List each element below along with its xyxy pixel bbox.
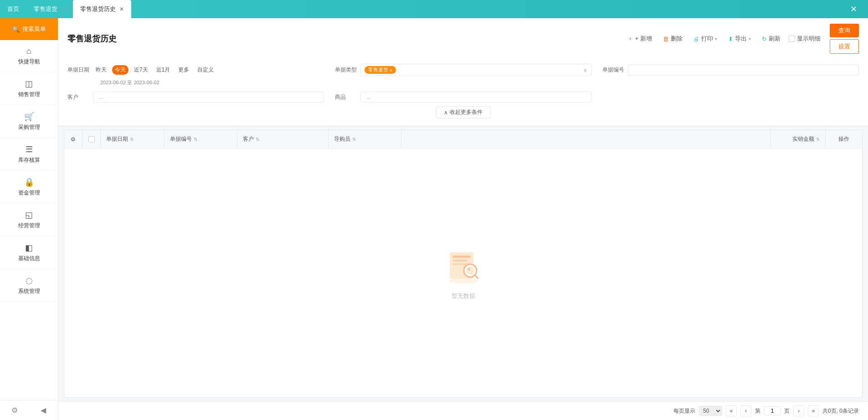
settings-btn[interactable]: 设置 — [830, 39, 859, 54]
svg-point-6 — [466, 266, 474, 275]
goods-filter-select[interactable]: ... — [360, 92, 591, 102]
pagination: 每页显示 50 10 20 100 « ‹ 第 页 › » 共0页, 0条记录 — [58, 401, 868, 420]
sidebar-item-sales-mgmt[interactable]: ◫ 销售管理 — [0, 72, 58, 105]
collapse-btn[interactable]: ∧ 收起更多条件 — [436, 106, 491, 118]
display-toggle[interactable]: 显示明细 — [789, 35, 821, 43]
refresh-icon: ↻ — [762, 36, 767, 42]
goods-filter-label: 商品 — [335, 93, 357, 101]
th-spacer — [401, 130, 771, 148]
sidebar-item-purchase-mgmt-label: 采购管理 — [18, 123, 40, 131]
print-btn[interactable]: 🖨 打印 ▾ — [691, 33, 720, 45]
date-btn-7days[interactable]: 近7天 — [131, 65, 151, 75]
last-page-btn[interactable]: » — [808, 405, 819, 416]
system-icon: ◌ — [26, 276, 33, 286]
sidebar-item-quick-nav-label: 快捷导航 — [18, 58, 40, 66]
filter-area: 单据日期 昨天 今天 近7天 近1月 更多 自定义 — [67, 59, 859, 126]
type-filter-label: 单据类型 — [335, 66, 357, 74]
svg-rect-2 — [452, 256, 471, 258]
page-header: 零售退货历史 ＋ + 新增 🗑 删除 🖨 打印 — [58, 18, 868, 126]
date-btn-today[interactable]: 今天 — [112, 65, 128, 75]
sort-docno-icon[interactable]: ⇅ — [194, 137, 197, 142]
column-settings-icon[interactable]: ⚙ — [71, 136, 76, 143]
filter-dates: 昨天 今天 近7天 近1月 更多 自定义 — [93, 65, 216, 75]
inventory-icon: ☰ — [26, 144, 33, 154]
sidebar-item-capital-mgmt[interactable]: 🔒 资金管理 — [0, 171, 58, 204]
sidebar-item-purchase-mgmt[interactable]: 🛒 采购管理 — [0, 105, 58, 138]
type-chevron-icon: ∨ — [583, 67, 587, 73]
date-range-display: 2023-06-02 至 2023-06-02 — [100, 80, 159, 85]
customer-filter-label: 客户 — [67, 93, 89, 101]
th-customer-label: 客户 — [243, 135, 254, 143]
sidebar-item-basic-info[interactable]: ◧ 基础信息 — [0, 236, 58, 269]
display-checkbox[interactable] — [789, 36, 795, 42]
purchase-icon: 🛒 — [24, 112, 34, 122]
gear-icon: ⚙ — [11, 406, 18, 415]
filter-cell-customer: 客户 ... — [67, 92, 324, 102]
customer-dots: ... — [99, 94, 103, 100]
sidebar-item-operations-mgmt-label: 经营管理 — [18, 222, 40, 230]
filter-cell-docno: 单据编号 — [602, 65, 859, 76]
table-container: ⚙ 单据日期 ⇅ 单据编号 ⇅ 客户 ⇅ 导购员 — [64, 130, 863, 398]
per-page-label: 每页显示 — [673, 407, 695, 415]
th-settings[interactable]: ⚙ — [64, 130, 82, 148]
refresh-btn[interactable]: ↻ 刷新 — [759, 33, 783, 45]
tab-retail-return-close[interactable]: ✕ — [61, 6, 66, 12]
filter-grid: 单据日期 昨天 今天 近7天 近1月 更多 自定义 — [67, 64, 859, 106]
sidebar-settings-btn[interactable]: ⚙ — [0, 400, 29, 420]
date-btn-yesterday[interactable]: 昨天 — [93, 65, 109, 75]
new-btn[interactable]: ＋ + 新增 — [625, 33, 655, 45]
th-doc-no-label: 单据编号 — [170, 135, 192, 143]
top-bar: 首页 零售退货 ✕ 零售退货历史 ✕ ✕ — [0, 0, 868, 18]
sidebar-item-system-mgmt[interactable]: ◌ 系统管理 — [0, 269, 58, 302]
delete-btn-label: 删除 — [671, 35, 683, 43]
page-label: 第 — [755, 407, 760, 415]
export-btn[interactable]: ⬆ 导出 ▾ — [725, 33, 754, 45]
per-page-select[interactable]: 50 10 20 100 — [699, 406, 722, 416]
print-chevron-icon: ▾ — [715, 36, 717, 41]
select-all-checkbox[interactable] — [88, 136, 95, 143]
page-input[interactable] — [764, 406, 781, 415]
tab-retail-return-history[interactable]: 零售退货历史 ✕ — [73, 0, 131, 18]
sort-guide-icon[interactable]: ⇅ — [352, 137, 356, 142]
collapse-btn-label: 收起更多条件 — [450, 108, 483, 116]
sidebar-item-system-mgmt-label: 系统管理 — [18, 287, 40, 295]
export-btn-label: 导出 — [735, 35, 747, 43]
sidebar-item-operations-mgmt[interactable]: ◱ 经营管理 — [0, 204, 58, 236]
sort-date-icon[interactable]: ⇅ — [130, 137, 134, 142]
sort-amount-icon[interactable]: ⇅ — [816, 137, 820, 142]
tab-retail-return[interactable]: 零售退货 ✕ — [26, 0, 73, 18]
query-btn[interactable]: 查询 — [830, 24, 859, 37]
first-page-btn[interactable]: « — [726, 405, 737, 416]
main-layout: 🔍 搜索菜单 ⌂ 快捷导航 ◫ 销售管理 🛒 采购管理 ☰ 库存核算 🔒 资 — [0, 18, 868, 420]
close-window-btn[interactable]: ✕ — [847, 5, 861, 14]
tab-retail-return-history-close[interactable]: ✕ — [119, 6, 124, 12]
th-check[interactable] — [82, 130, 101, 148]
prev-page-btn[interactable]: ‹ — [740, 405, 751, 416]
sidebar-item-inventory-label: 库存核算 — [18, 156, 40, 164]
date-btn-custom[interactable]: 自定义 — [195, 65, 216, 75]
tab-home[interactable]: 首页 — [0, 0, 26, 18]
delete-btn[interactable]: 🗑 删除 — [660, 33, 685, 45]
date-btn-1month[interactable]: 近1月 — [154, 65, 173, 75]
th-date: 单据日期 ⇅ — [101, 130, 164, 148]
next-page-btn[interactable]: › — [793, 405, 804, 416]
sidebar-item-quick-nav[interactable]: ⌂ 快捷导航 — [0, 40, 58, 72]
date-filter-label: 单据日期 — [67, 66, 89, 74]
top-bar-right: ✕ — [847, 4, 868, 14]
docno-filter-input[interactable] — [628, 65, 859, 76]
sidebar-collapse-btn[interactable]: ◀ — [29, 400, 58, 420]
type-filter-select[interactable]: 零售退货 × ∨ — [360, 64, 591, 76]
docno-filter-label: 单据编号 — [602, 66, 624, 74]
date-btn-more[interactable]: 更多 — [175, 65, 192, 75]
type-tag-close[interactable]: × — [390, 67, 392, 73]
svg-line-7 — [475, 275, 478, 278]
sort-customer-icon[interactable]: ⇅ — [256, 137, 259, 142]
filter-cell-date: 单据日期 昨天 今天 近7天 近1月 更多 自定义 — [67, 65, 324, 75]
sidebar-search[interactable]: 🔍 搜索菜单 — [0, 18, 58, 40]
sidebar-nav: ⌂ 快捷导航 ◫ 销售管理 🛒 采购管理 ☰ 库存核算 🔒 资金管理 ◱ 经营管 — [0, 40, 58, 400]
sidebar-bottom: ⚙ ◀ — [0, 400, 58, 420]
customer-filter-select[interactable]: ... — [93, 92, 324, 102]
toolbar: ＋ + 新增 🗑 删除 🖨 打印 ▾ ⬆ — [625, 33, 821, 45]
sales-icon: ◫ — [25, 79, 33, 89]
sidebar-item-inventory[interactable]: ☰ 库存核算 — [0, 138, 58, 171]
